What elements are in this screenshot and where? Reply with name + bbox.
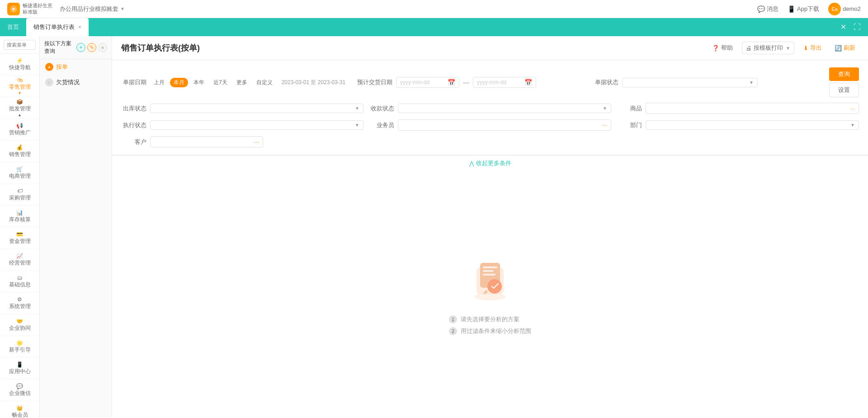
expected-date-end[interactable]: yyyy-mm-dd 📅 (473, 77, 536, 88)
top-header: 畅捷通好生意 标准版 办公用品行业模拟账套 ▼ 💬 消息 📱 App下载 Ea … (0, 0, 868, 18)
export-button[interactable]: ⬇ 导出 (800, 42, 826, 54)
tip-number-2: 2 (449, 327, 457, 335)
main-layout: ⚡ 快捷导航 🛍 零售管理 ▼ 📦 批发管理 ▲ 📢 营销推广 💰 销售管理 🛒… (0, 36, 868, 418)
outbound-label: 出库状态 (121, 104, 146, 113)
window-expand-button[interactable]: ⛶ (852, 22, 863, 33)
date-tab-custom[interactable]: 自定义 (253, 78, 276, 87)
customer-input[interactable]: ··· (150, 136, 263, 147)
sidebar-item-finance[interactable]: 💳 资金管理 (0, 228, 39, 249)
status-select[interactable]: ▼ (622, 78, 758, 87)
sidebar-item-app-center[interactable]: 📱 应用中心 (0, 358, 39, 380)
sidebar-item-retail[interactable]: 🛍 零售管理 ▼ (0, 76, 39, 97)
date-tabs: 上月 本月 本年 近7天 更多 自定义 2023-03-01 至 2023-03… (150, 78, 345, 87)
refresh-icon: 🔄 (835, 45, 842, 52)
collapse-panel-button[interactable]: « (98, 43, 107, 52)
basic-info-icon: 🗂 (17, 275, 23, 281)
execution-select[interactable]: ▼ (150, 120, 363, 130)
date-tab-more[interactable]: 更多 (233, 78, 251, 87)
sidebar-item-inventory[interactable]: 📊 库存核算 (0, 206, 39, 228)
status-label: 单据状态 (593, 78, 618, 86)
tab-home[interactable]: 首页 (0, 18, 26, 36)
tab-sales-order[interactable]: 销售订单执行表 × (26, 18, 89, 36)
ecommerce-icon: 🛒 (16, 166, 23, 172)
date-tab-this-month[interactable]: 本月 (170, 78, 188, 87)
sidebar-item-basic-info[interactable]: 🗂 基础信息 (0, 271, 39, 293)
app-center-icon: 📱 (16, 361, 23, 368)
left-panel: 按以下方案查询 + ✎ « ● 按单 ○ 欠货情况 (40, 36, 112, 418)
sidebar-item-member[interactable]: 👑 畅会员 (0, 401, 39, 418)
left-panel-actions: + ✎ « (76, 43, 107, 52)
scheme-item-backorder[interactable]: ○ 欠货情况 (40, 75, 112, 90)
filter-row-2: 出库状态 ▼ 收款状态 ▼ (121, 103, 859, 114)
query-button[interactable]: 查询 (829, 67, 859, 81)
search-input[interactable] (4, 40, 36, 50)
app-selector[interactable]: 办公用品行业模拟账套 ▼ (56, 4, 128, 14)
execution-label: 执行状态 (121, 121, 146, 129)
goods-filter: 商品 ··· (617, 103, 859, 114)
sidebar-item-system[interactable]: ⚙ 系统管理 (0, 293, 39, 314)
customer-filter: 客户 ··· (121, 136, 284, 147)
customer-label: 客户 (121, 138, 146, 146)
collapse-button[interactable]: ⋀ 收起更多条件 (112, 155, 868, 171)
sidebar-item-ecommerce[interactable]: 🛒 电商管理 (0, 162, 39, 184)
outbound-select[interactable]: ▼ (150, 104, 363, 113)
add-scheme-button[interactable]: + (76, 43, 85, 52)
sidebar-item-wholesale[interactable]: 📦 批发管理 ▲ (0, 97, 39, 119)
help-button[interactable]: ❓ 帮助 (708, 42, 736, 54)
print-button[interactable]: 🖨 按模板打印 ▼ (742, 42, 794, 54)
message-icon: 💬 (757, 5, 765, 13)
operations-icon: 📈 (16, 253, 23, 259)
expected-date-start[interactable]: yyyy-mm-dd 📅 (396, 77, 459, 88)
settings-button[interactable]: 设置 (829, 83, 859, 97)
tab-bar-right: ✕ ⛶ (839, 22, 868, 33)
quick-nav-icon: ⚡ (16, 57, 23, 64)
user-info[interactable]: Ea demo2 (828, 3, 861, 15)
refresh-button[interactable]: 🔄 刷新 (831, 42, 859, 54)
wholesale-icon: 📦 (16, 99, 23, 105)
sidebar-item-purchase[interactable]: 🏷 采购管理 (0, 184, 39, 206)
calendar-end-placeholder: yyyy-mm-dd (477, 79, 523, 86)
sidebar-item-marketing[interactable]: 📢 营销推广 (0, 119, 39, 141)
salesperson-dots-icon[interactable]: ··· (602, 122, 607, 128)
goods-dots-icon[interactable]: ··· (850, 105, 855, 112)
salesperson-input[interactable]: ··· (398, 119, 611, 131)
collection-filter: 收款状态 ▼ (369, 103, 611, 114)
page-title: 销售订单执行表(按单) (121, 43, 200, 53)
status-select-arrow: ▼ (749, 80, 754, 85)
collection-select[interactable]: ▼ (398, 104, 611, 113)
goods-input[interactable]: ··· (646, 103, 859, 114)
message-button[interactable]: 💬 消息 (757, 5, 778, 13)
status-filter: 单据状态 ▼ (593, 78, 822, 87)
header-right: 💬 消息 📱 App下载 Ea demo2 (757, 3, 861, 15)
filter-row-4: 客户 ··· (121, 136, 859, 147)
page-header-actions: ❓ 帮助 🖨 按模板打印 ▼ ⬇ 导出 🔄 刷新 (708, 42, 859, 54)
retail-icon: 🛍 (17, 77, 23, 83)
empty-tips: 1 请先选择要分析的方案 2 用过滤条件来缩小分析范围 (449, 315, 531, 335)
date-tab-7days[interactable]: 近7天 (210, 78, 231, 87)
edit-scheme-button[interactable]: ✎ (87, 43, 96, 52)
scheme-active-icon: ● (45, 63, 53, 71)
sidebar-item-enterprise[interactable]: 🤝 企业协同 (0, 314, 39, 336)
customer-dots-icon[interactable]: ··· (254, 138, 259, 145)
tab-close-icon[interactable]: × (78, 24, 81, 30)
goods-label: 商品 (617, 104, 642, 113)
avatar: Ea (828, 3, 841, 15)
department-label: 部门 (617, 121, 642, 129)
sidebar-item-operations[interactable]: 📈 经营管理 (0, 249, 39, 271)
app-download-button[interactable]: 📱 App下载 (788, 5, 819, 13)
department-select[interactable]: ▼ (646, 120, 859, 130)
scheme-item-single[interactable]: ● 按单 (40, 59, 112, 75)
date-tab-last-month[interactable]: 上月 (150, 78, 168, 87)
logo-icon (7, 3, 20, 15)
date-tab-this-year[interactable]: 本年 (190, 78, 208, 87)
sidebar-item-quick-nav[interactable]: ⚡ 快捷导航 (0, 54, 39, 76)
sidebar-item-newbie[interactable]: 🌟 新手引导 (0, 336, 39, 358)
window-close-button[interactable]: ✕ (839, 22, 848, 33)
outbound-filter: 出库状态 ▼ (121, 103, 363, 114)
sidebar-item-sales[interactable]: 💰 销售管理 (0, 141, 39, 162)
purchase-icon: 🏷 (17, 188, 23, 194)
svg-point-7 (487, 279, 502, 294)
sidebar-item-wechat[interactable]: 💬 企业微信 (0, 380, 39, 401)
download-icon: 📱 (788, 5, 795, 13)
system-icon: ⚙ (17, 296, 22, 303)
